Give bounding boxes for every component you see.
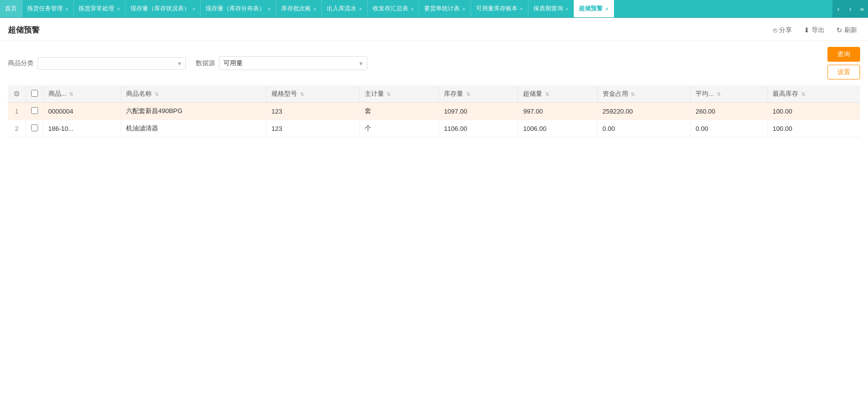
nav-tab-batch[interactable]: 库存批次账 × (276, 0, 322, 18)
cell-overstock: 1006.00 (518, 120, 597, 137)
refresh-icon: ↻ (836, 26, 842, 34)
nav-tab-inout-flow[interactable]: 出入库流水 × (322, 0, 367, 18)
sort-icon: ⇅ (717, 91, 721, 97)
table-container: ⚙ 商品... ⇅ 商品名称 ⇅ 规格型号 ⇅ (0, 85, 868, 137)
sort-icon: ⇅ (155, 91, 159, 97)
settings-button[interactable]: 设置 (827, 65, 860, 79)
sort-icon: ⇅ (387, 91, 391, 97)
cell-product-name: 机油滤清器 (121, 120, 266, 137)
column-product-name[interactable]: 商品名称 ⇅ (121, 85, 266, 103)
category-filter: 商品分类 ▾ (8, 57, 186, 70)
sort-icon: ⇅ (801, 91, 805, 97)
close-icon[interactable]: × (462, 6, 465, 12)
cell-spec: 123 (266, 103, 360, 120)
nav-expand-button[interactable]: » (856, 0, 868, 18)
category-label: 商品分类 (8, 59, 34, 68)
close-icon[interactable]: × (117, 6, 120, 12)
close-icon[interactable]: × (313, 6, 316, 12)
close-icon[interactable]: × (65, 6, 68, 12)
nav-tab-overstock[interactable]: 超储预警 × (574, 0, 613, 18)
page-content: 超储预警 ⎋ 分享 ⬇ 导出 ↻ 刷新 商品分类 ▾ 数据源 (0, 18, 868, 395)
nav-tab-stock-status[interactable]: 现存量（库存状况表） × (126, 0, 201, 18)
table-row: 2 186-10... 机油滤清器 123 个 1106.00 1006.00 … (8, 120, 860, 137)
column-avg[interactable]: 平均... ⇅ (691, 85, 768, 103)
datasource-label: 数据源 (196, 59, 215, 68)
nav-next-button[interactable]: › (844, 0, 856, 18)
column-gear: ⚙ (8, 85, 26, 103)
chevron-down-icon: ▾ (359, 60, 363, 67)
cell-stock: 1106.00 (439, 120, 518, 137)
close-icon[interactable]: × (520, 6, 523, 12)
column-max-stock[interactable]: 最高库存 ⇅ (767, 85, 860, 103)
refresh-button[interactable]: ↻ 刷新 (833, 24, 860, 37)
cell-max-stock: 100.00 (767, 120, 860, 137)
category-select[interactable]: ▾ (38, 57, 186, 70)
nav-tab-home[interactable]: 首页 (0, 0, 22, 18)
filter-row: 商品分类 ▾ 数据源 可用量 ▾ 查询 设置 (0, 41, 868, 85)
sort-icon: ⇅ (300, 91, 304, 97)
query-button[interactable]: 查询 (827, 47, 860, 62)
table-body: 1 0000004 六配套新昌490BPG 123 套 1097.00 997.… (8, 103, 860, 137)
page-header: 超储预警 ⎋ 分享 ⬇ 导出 ↻ 刷新 (0, 18, 868, 41)
share-icon: ⎋ (773, 26, 777, 34)
table-row: 1 0000004 六配套新昌490BPG 123 套 1097.00 997.… (8, 103, 860, 120)
chevron-down-icon: ▾ (178, 60, 181, 67)
row-checkbox[interactable] (31, 107, 38, 114)
column-settings-icon[interactable]: ⚙ (13, 89, 20, 98)
column-overstock[interactable]: 超储量 ⇅ (518, 85, 597, 103)
share-button[interactable]: ⎋ 分享 (770, 24, 795, 37)
cell-product-code: 186-10... (43, 120, 121, 137)
column-unit[interactable]: 主计量 ⇅ (359, 85, 438, 103)
filter-actions: 查询 设置 (827, 47, 860, 79)
cell-max-stock: 100.00 (767, 103, 860, 120)
data-table: ⚙ 商品... ⇅ 商品名称 ⇅ 规格型号 ⇅ (8, 85, 860, 137)
cell-unit: 套 (359, 103, 438, 120)
nav-arrows: ‹ › » (832, 0, 868, 18)
select-all-checkbox[interactable] (31, 90, 38, 97)
sort-icon: ⇅ (466, 91, 470, 97)
nav-tab-pick-task[interactable]: 拣货任务管理 × (22, 0, 74, 18)
column-product-code[interactable]: 商品... ⇅ (43, 85, 121, 103)
close-icon[interactable]: × (565, 6, 568, 12)
header-actions: ⎋ 分享 ⬇ 导出 ↻ 刷新 (770, 24, 860, 37)
row-checkbox-cell (26, 103, 43, 120)
cell-capital: 259220.00 (597, 103, 691, 120)
nav-tab-stock-dist[interactable]: 现存量（库存分布表） × (201, 0, 276, 18)
close-icon[interactable]: × (411, 6, 414, 12)
export-button[interactable]: ⬇ 导出 (801, 24, 827, 37)
row-number: 2 (8, 120, 26, 137)
cell-unit: 个 (359, 120, 438, 137)
close-icon[interactable]: × (605, 6, 608, 12)
close-icon[interactable]: × (192, 6, 195, 12)
page-title: 超储预警 (8, 25, 40, 36)
nav-tab-pick-exception[interactable]: 拣货异常处理 × (74, 0, 125, 18)
close-icon[interactable]: × (267, 6, 270, 12)
cell-product-code: 0000004 (43, 103, 121, 120)
datasource-select[interactable]: 可用量 ▾ (219, 56, 367, 70)
cell-overstock: 997.00 (518, 103, 597, 120)
column-stock[interactable]: 库存量 ⇅ (439, 85, 518, 103)
top-navigation: 首页 拣货任务管理 × 拣货异常处理 × 现存量（库存状况表） × 现存量（库存… (0, 0, 868, 18)
sort-icon: ⇅ (545, 91, 549, 97)
cell-avg: 260.00 (691, 103, 768, 120)
column-capital[interactable]: 资金占用 ⇅ (597, 85, 691, 103)
sort-icon: ⇅ (631, 91, 635, 97)
cell-product-name: 六配套新昌490BPG (121, 103, 266, 120)
datasource-filter: 数据源 可用量 ▾ (196, 56, 367, 70)
datasource-value: 可用量 (223, 59, 243, 68)
table-header-row: ⚙ 商品... ⇅ 商品名称 ⇅ 规格型号 ⇅ (8, 85, 860, 103)
close-icon[interactable]: × (359, 6, 362, 12)
nav-tab-available[interactable]: 可用量库存账本 × (471, 0, 528, 18)
cell-stock: 1097.00 (439, 103, 518, 120)
column-checkbox (26, 85, 43, 103)
row-checkbox[interactable] (31, 124, 38, 131)
cell-avg: 0.00 (691, 120, 768, 137)
nav-tab-order-stat[interactable]: 要货单统计表 × (419, 0, 471, 18)
column-spec[interactable]: 规格型号 ⇅ (266, 85, 360, 103)
nav-prev-button[interactable]: ‹ (832, 0, 844, 18)
nav-tab-summary[interactable]: 收发存汇总表 × (368, 0, 419, 18)
cell-capital: 0.00 (597, 120, 691, 137)
sort-icon: ⇅ (69, 91, 73, 97)
row-checkbox-cell (26, 120, 43, 137)
nav-tab-expiry[interactable]: 保质期查询 × (528, 0, 574, 18)
